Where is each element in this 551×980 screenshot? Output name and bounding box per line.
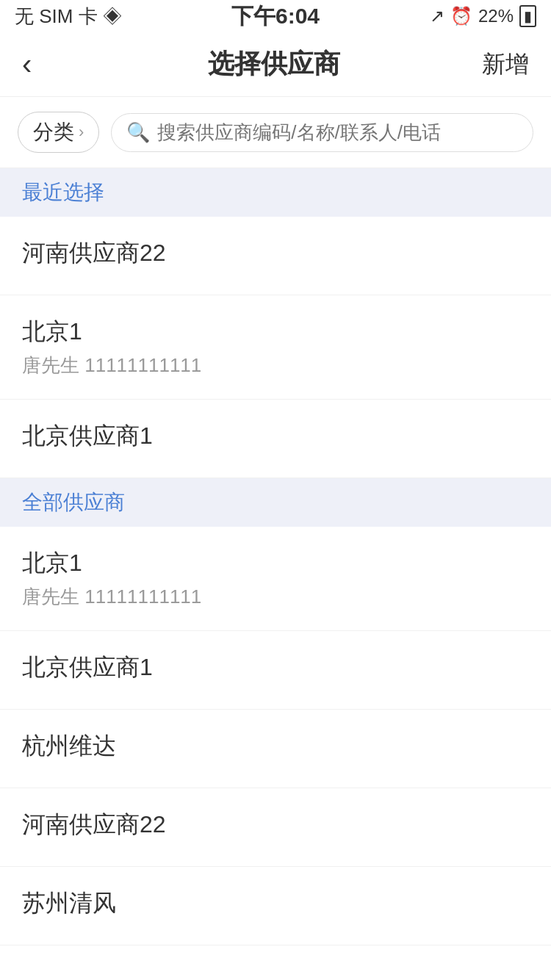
nav-bar: ‹ 选择供应商 新增 [0,32,551,97]
status-bar: 无 SIM 卡 ◈ 下午6:04 ↗ ⏰ 22% ▮ [0,0,551,32]
list-item[interactable]: 河南供应商22 [0,788,551,867]
filter-bar: 分类 › 🔍 [0,97,551,168]
search-input[interactable] [157,121,518,144]
search-icon: 🔍 [126,121,150,144]
recent-section-header: 最近选择 [0,168,551,217]
battery-icon: ▮ [519,5,536,27]
chevron-right-icon: › [79,123,84,142]
category-filter[interactable]: 分类 › [18,112,99,153]
item-name: 苏州清风 [22,887,529,920]
search-box[interactable]: 🔍 [111,113,533,152]
list-item[interactable]: 北京1唐先生 11111111111 [0,527,551,631]
item-name: 杭州维达 [22,730,529,763]
battery-percent: 22% [478,6,514,26]
status-right: ↗ ⏰ 22% ▮ [430,5,536,27]
status-left: 无 SIM 卡 ◈ [15,4,122,29]
all-section-header: 全部供应商 [0,478,551,527]
list-item[interactable]: 杭州维达 [0,710,551,788]
sim-status: 无 SIM 卡 ◈ [15,4,122,29]
item-name: 北京1 [22,316,529,348]
status-time: 下午6:04 [231,1,320,32]
item-sub: 唐先生 11111111111 [22,584,529,610]
alarm-icon: ⏰ [450,6,472,26]
list-item[interactable]: 北京供应商1 [0,400,551,478]
all-list: 北京1唐先生 11111111111北京供应商1杭州维达河南供应商22苏州清风 [0,527,551,945]
page-title: 选择供应商 [208,46,340,82]
item-sub: 唐先生 11111111111 [22,353,529,378]
item-name: 北京供应商1 [22,420,529,453]
list-item[interactable]: 北京供应商1 [0,631,551,710]
list-item[interactable]: 北京1唐先生 11111111111 [0,295,551,400]
recent-section-label: 最近选择 [22,181,104,203]
item-name: 北京供应商1 [22,652,529,684]
recent-list: 河南供应商22北京1唐先生 11111111111北京供应商1 [0,217,551,478]
item-name: 北京1 [22,547,529,580]
list-item[interactable]: 河南供应商22 [0,217,551,295]
location-icon: ↗ [430,6,444,26]
list-item[interactable]: 苏州清风 [0,867,551,945]
add-button[interactable]: 新增 [482,48,529,81]
all-section-label: 全部供应商 [22,491,125,514]
item-name: 河南供应商22 [22,237,529,270]
category-label: 分类 [33,118,74,146]
back-button[interactable]: ‹ [22,48,66,81]
item-name: 河南供应商22 [22,809,529,841]
